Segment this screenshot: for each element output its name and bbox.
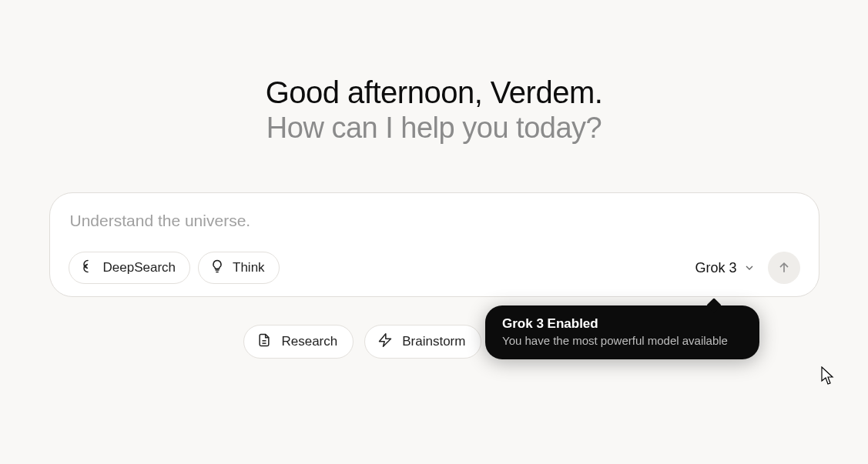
model-name: Grok 3 xyxy=(695,260,736,276)
suggestion-research[interactable]: Research xyxy=(243,325,354,359)
suggestion-brainstorm-label: Brainstorm xyxy=(402,334,465,349)
mode-pills: DeepSearch Think xyxy=(69,252,280,284)
input-footer: DeepSearch Think Grok 3 xyxy=(69,252,800,284)
prompt-input[interactable] xyxy=(69,209,800,252)
svg-marker-3 xyxy=(380,333,391,346)
lightbulb-icon xyxy=(209,259,225,278)
tooltip-title: Grok 3 Enabled xyxy=(502,316,742,332)
suggestion-brainstorm[interactable]: Brainstorm xyxy=(364,325,481,359)
document-icon xyxy=(256,332,272,352)
prompt-card: DeepSearch Think Grok 3 xyxy=(49,192,819,297)
subheading-text: How can I help you today? xyxy=(49,112,819,145)
right-controls: Grok 3 xyxy=(692,252,799,284)
headings: Good afternoon, Verdem. How can I help y… xyxy=(49,75,819,145)
deepsearch-button[interactable]: DeepSearch xyxy=(69,252,191,284)
arrow-up-icon xyxy=(776,260,792,275)
chevron-down-icon xyxy=(743,262,756,274)
lightning-icon xyxy=(377,332,393,352)
deepsearch-icon xyxy=(80,259,96,278)
send-button[interactable] xyxy=(768,252,800,284)
mouse-cursor-icon xyxy=(821,366,835,389)
model-selector[interactable]: Grok 3 xyxy=(692,255,758,281)
think-label: Think xyxy=(233,260,265,275)
tooltip-subtitle: You have the most powerful model availab… xyxy=(502,334,742,347)
suggestion-research-label: Research xyxy=(281,334,337,349)
think-button[interactable]: Think xyxy=(198,252,280,284)
model-tooltip: Grok 3 Enabled You have the most powerfu… xyxy=(485,305,759,359)
deepsearch-label: DeepSearch xyxy=(103,260,176,275)
greeting-text: Good afternoon, Verdem. xyxy=(49,75,819,110)
